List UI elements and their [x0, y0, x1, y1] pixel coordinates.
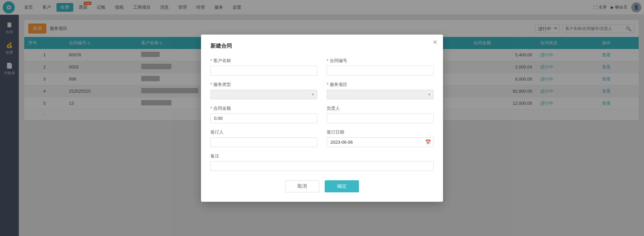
field-responsible: 负责人 [327, 105, 434, 123]
service-type-select[interactable] [210, 90, 317, 99]
contract-amount-label: * 合同金额 [210, 105, 317, 111]
service-type-label: * 服务类型 [210, 82, 317, 88]
field-sign-date: 签订日期 📅 [327, 129, 434, 147]
service-item-select[interactable] [327, 90, 434, 99]
responsible-input[interactable] [327, 113, 434, 123]
modal-overlay[interactable]: 新建合同 ✕ * 客户名称 * 合同编号 [0, 0, 644, 236]
service-item-wrapper: ▼ [327, 90, 434, 99]
sign-date-input[interactable] [327, 137, 434, 147]
sign-date-label: 签订日期 [327, 129, 434, 135]
customer-name-input[interactable] [210, 66, 317, 76]
confirm-button[interactable]: 确定 [325, 180, 359, 192]
modal-footer: 取消 确定 [210, 180, 434, 192]
modal-title: 新建合同 [210, 43, 434, 50]
responsible-label: 负责人 [327, 105, 434, 111]
modal-close-button[interactable]: ✕ [433, 39, 438, 45]
cancel-button[interactable]: 取消 [285, 180, 319, 192]
customer-name-label: * 客户名称 [210, 58, 317, 64]
signer-input[interactable] [210, 137, 317, 147]
sign-date-wrapper: 📅 [327, 137, 434, 147]
modal-form: * 客户名称 * 合同编号 * 服务类型 [210, 58, 434, 171]
field-service-item: * 服务项目 ▼ [327, 82, 434, 99]
contract-amount-input[interactable] [210, 113, 317, 123]
new-contract-modal: 新建合同 ✕ * 客户名称 * 合同编号 [201, 35, 443, 202]
contract-no-label: * 合同编号 [327, 58, 434, 64]
signer-label: 签订人 [210, 129, 317, 135]
contract-no-input[interactable] [327, 66, 434, 76]
field-remark: 备注 [210, 153, 434, 171]
field-customer-name: * 客户名称 [210, 58, 317, 76]
field-contract-no: * 合同编号 [327, 58, 434, 76]
field-service-type: * 服务类型 ▼ [210, 82, 317, 99]
field-contract-amount: * 合同金额 [210, 105, 317, 123]
remark-label: 备注 [210, 153, 434, 159]
service-type-wrapper: ▼ [210, 90, 317, 99]
service-item-label: * 服务项目 [327, 82, 434, 88]
field-signer: 签订人 [210, 129, 317, 147]
remark-input[interactable] [210, 161, 434, 171]
